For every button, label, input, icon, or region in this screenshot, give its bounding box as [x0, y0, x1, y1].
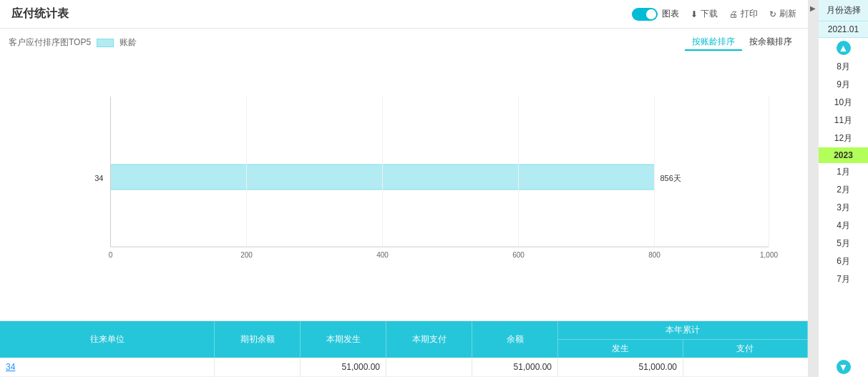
sidebar-nav-up[interactable]: ▲ [819, 38, 868, 58]
td-opening [215, 358, 301, 376]
sort-by-amount-tab[interactable]: 按账龄排序 [685, 34, 742, 51]
svg-text:0: 0 [109, 251, 113, 259]
chart-legend: 客户应付排序图TOP5 账龄 [9, 36, 137, 49]
month-item-6[interactable]: 6月 [819, 253, 868, 270]
th-opening: 期初余额 [215, 321, 301, 358]
nav-down-arrow[interactable]: ▼ [837, 360, 851, 374]
refresh-button[interactable]: ↻ 刷新 [769, 8, 796, 20]
sidebar-current-date[interactable]: 2021.01 [819, 21, 868, 38]
month-item-12[interactable]: 12月 [819, 129, 868, 147]
th-payment: 本期支付 [386, 321, 472, 358]
td-payment [386, 358, 472, 376]
table-row: 34 51,000.00 51,000.00 51,000.00 [0, 358, 808, 377]
table-area: 往来单位 期初余额 本期发生 本期支付 余额 本年累计 [0, 320, 808, 377]
month-item-9[interactable]: 9月 [819, 76, 868, 94]
arrow-up-icon: ▲ [839, 42, 849, 54]
td-ytd: 51,000.00 [558, 358, 808, 376]
download-icon: ⬇ [691, 9, 698, 19]
chart-legend-box-label: 账龄 [120, 36, 137, 49]
td-ytd-occur: 51,000.00 [558, 358, 683, 376]
chart-wrapper: 34 856天 0 200 400 600 800 1,000 [9, 54, 799, 261]
header-actions: 图表 ⬇ 下载 🖨 打印 ↻ 刷新 [632, 8, 796, 21]
th-current: 本期发生 [301, 321, 386, 358]
sidebar: 月份选择 2021.01 ▲ 8月 9月 10月 11月 12月 2023 1月… [818, 0, 868, 377]
svg-text:400: 400 [376, 251, 389, 259]
month-item-7[interactable]: 7月 [819, 270, 868, 288]
sidebar-nav-down[interactable]: ▼ [819, 357, 868, 377]
nav-up-arrow[interactable]: ▲ [837, 41, 851, 55]
sidebar-header-label: 月份选择 [819, 0, 868, 21]
bar-chart: 34 856天 0 200 400 600 800 1,000 [9, 54, 799, 261]
th-balance: 余额 [472, 321, 558, 358]
sort-tabs: 按账龄排序 按余额排序 [685, 34, 799, 51]
collapse-icon: ▶ [810, 4, 816, 12]
month-item-11[interactable]: 11月 [819, 112, 868, 129]
chart-legend-label: 客户应付排序图TOP5 [9, 36, 91, 49]
table-header: 往来单位 期初余额 本期发生 本期支付 余额 本年累计 [0, 321, 808, 358]
svg-text:600: 600 [512, 251, 525, 259]
svg-text:1,000: 1,000 [760, 251, 778, 259]
chart-header: 客户应付排序图TOP5 账龄 按账龄排序 按余额排序 [9, 34, 799, 51]
td-ytd-pay [683, 358, 808, 376]
page-title: 应付统计表 [11, 6, 69, 21]
svg-text:200: 200 [240, 251, 253, 259]
svg-text:856天: 856天 [660, 174, 681, 182]
th-ytd-group-label: 本年累计 [558, 321, 807, 340]
month-item-10[interactable]: 10月 [819, 94, 868, 112]
unit-link[interactable]: 34 [6, 362, 15, 372]
th-ytd-group: 本年累计 发生 支付 [558, 321, 808, 358]
th-unit: 往来单位 [0, 321, 215, 358]
sidebar-collapse-btn[interactable]: ▶ [808, 0, 818, 377]
sidebar-months: 8月 9月 10月 11月 12月 2023 1月 2月 3月 4月 5月 6月… [819, 58, 868, 357]
month-item-1[interactable]: 1月 [819, 163, 868, 181]
download-button[interactable]: ⬇ 下载 [691, 8, 718, 20]
month-item-8[interactable]: 8月 [819, 58, 868, 76]
chart-toggle-wrap: 图表 [632, 8, 679, 21]
print-icon: 🖨 [729, 9, 738, 19]
th-ytd-sub: 发生 支付 [558, 340, 807, 358]
month-item-3[interactable]: 3月 [819, 199, 868, 217]
legend-color-box [97, 39, 114, 47]
chart-toggle[interactable] [632, 8, 658, 21]
month-item-year-2023[interactable]: 2023 [819, 147, 868, 163]
svg-text:800: 800 [648, 251, 660, 259]
th-ytd-occur: 发生 [558, 340, 683, 358]
td-unit: 34 [0, 358, 215, 376]
refresh-icon: ↻ [769, 9, 776, 19]
month-item-2[interactable]: 2月 [819, 181, 868, 199]
sort-by-balance-tab[interactable]: 按余额排序 [742, 34, 799, 51]
chart-area: 客户应付排序图TOP5 账龄 按账龄排序 按余额排序 34 856天 [0, 29, 808, 320]
month-item-4[interactable]: 4月 [819, 217, 868, 235]
print-button[interactable]: 🖨 打印 [729, 8, 758, 20]
svg-text:34: 34 [94, 174, 103, 182]
td-current: 51,000.00 [301, 358, 386, 376]
th-ytd-pay: 支付 [683, 340, 808, 358]
month-item-5[interactable]: 5月 [819, 235, 868, 253]
arrow-down-icon: ▼ [839, 361, 849, 373]
page-header: 应付统计表 图表 ⬇ 下载 🖨 打印 ↻ 刷新 [0, 0, 808, 29]
td-balance: 51,000.00 [472, 358, 558, 376]
chart-toggle-label: 图表 [662, 8, 679, 20]
